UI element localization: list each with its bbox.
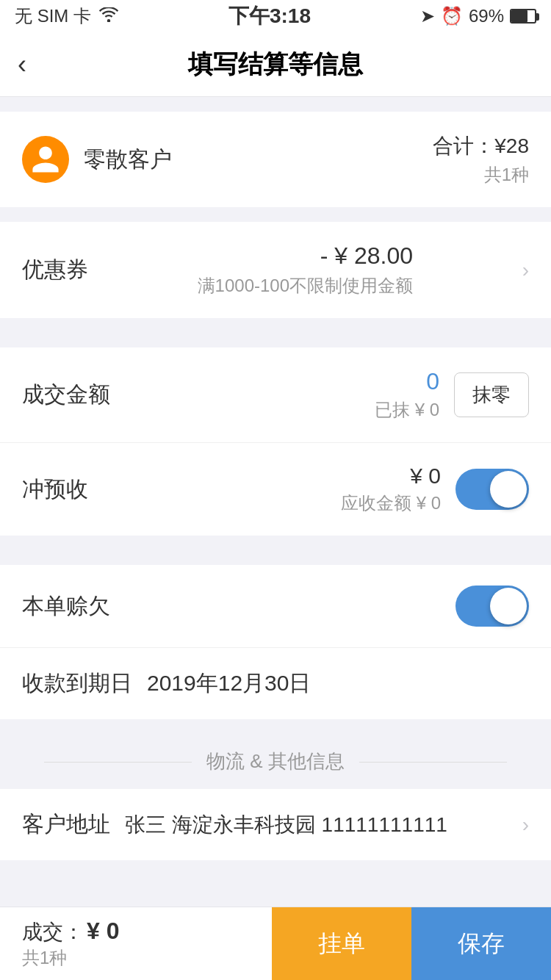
address-section[interactable]: 客户地址 张三 海淀永丰科技园 11111111111 › — [0, 789, 551, 860]
customer-count: 共1种 — [433, 163, 529, 187]
transaction-amount-wrap: 0 已抹 ¥ 0 — [375, 368, 439, 422]
logistics-divider: 物流 & 其他信息 — [0, 734, 551, 789]
transaction-sub: 已抹 ¥ 0 — [375, 398, 439, 422]
person-icon — [29, 143, 62, 176]
bottom-summary: 成交： ¥ 0 共1种 — [0, 907, 272, 980]
debt-section: 本单赊欠 收款到期日 2019年12月30日 — [0, 565, 551, 719]
prereceive-sub: 应收金额 ¥ 0 — [341, 491, 441, 515]
transaction-section: 成交金额 0 已抹 ¥ 0 抹零 冲预收 ¥ 0 应收金额 ¥ 0 — [0, 347, 551, 536]
section-divider-2 — [0, 550, 551, 565]
toggle-knob — [490, 471, 527, 508]
address-chevron: › — [522, 813, 529, 837]
nav-bar: ‹ 填写结算等信息 — [0, 32, 551, 97]
battery-icon — [510, 9, 536, 24]
due-date-value: 2019年12月30日 — [147, 669, 311, 699]
prereceive-value: ¥ 0 应收金额 ¥ 0 — [341, 464, 441, 515]
back-button[interactable]: ‹ — [18, 51, 26, 78]
coupon-amount: - ¥ 28.00 — [198, 242, 413, 270]
location-icon: ➤ — [420, 6, 435, 26]
hold-button[interactable]: 挂单 — [272, 907, 411, 980]
status-time: 下午3:18 — [228, 2, 311, 30]
address-left: 客户地址 张三 海淀永丰科技园 11111111111 — [22, 810, 447, 840]
bottom-bar: 成交： ¥ 0 共1种 挂单 保存 — [0, 907, 551, 980]
bottom-summary-count: 共1种 — [22, 946, 250, 970]
coupon-label: 优惠券 — [22, 255, 88, 285]
customer-avatar — [22, 136, 69, 183]
debt-toggle[interactable] — [455, 586, 529, 627]
transaction-amount: 0 — [375, 368, 439, 395]
wifi-icon — [98, 6, 119, 26]
prereceive-label: 冲预收 — [22, 475, 88, 505]
transaction-right: 0 已抹 ¥ 0 抹零 — [375, 368, 529, 422]
prereceive-right: ¥ 0 应收金额 ¥ 0 — [341, 464, 529, 515]
customer-info: 零散客户 — [22, 136, 172, 183]
logistics-text: 物流 & 其他信息 — [192, 750, 359, 772]
customer-total: 合计：¥28 — [433, 132, 529, 160]
address-value: 张三 海淀永丰科技园 11111111111 — [125, 811, 447, 839]
customer-row: 零散客户 合计：¥28 共1种 — [0, 112, 551, 207]
bottom-summary-amount: ¥ 0 — [87, 918, 119, 945]
round-button[interactable]: 抹零 — [454, 372, 529, 417]
coupon-right: - ¥ 28.00 满1000-100不限制使用金额 — [198, 242, 413, 298]
section-divider-1 — [0, 333, 551, 347]
due-date-section: 收款到期日 2019年12月30日 — [0, 647, 551, 719]
prereceive-section: 冲预收 ¥ 0 应收金额 ¥ 0 — [0, 442, 551, 536]
bottom-summary-label: 成交： — [22, 918, 84, 946]
page-title: 填写结算等信息 — [188, 48, 363, 82]
customer-total-section: 合计：¥28 共1种 — [433, 132, 529, 187]
due-date-label: 收款到期日 — [22, 669, 132, 699]
status-left: 无 SIM 卡 — [15, 4, 119, 28]
customer-name: 零散客户 — [84, 145, 172, 175]
coupon-section[interactable]: 优惠券 - ¥ 28.00 满1000-100不限制使用金额 › — [0, 222, 551, 318]
carrier-text: 无 SIM 卡 — [15, 4, 91, 28]
transaction-label: 成交金额 — [22, 380, 110, 410]
prereceive-toggle[interactable] — [455, 469, 529, 510]
battery-text: 69% — [469, 6, 504, 26]
prereceive-amount: ¥ 0 — [341, 464, 441, 489]
debt-toggle-knob — [490, 588, 527, 624]
save-button[interactable]: 保存 — [411, 907, 551, 980]
coupon-chevron: › — [522, 259, 529, 282]
debt-label: 本单赊欠 — [22, 591, 110, 621]
status-right: ➤ ⏰ 69% — [420, 6, 536, 26]
coupon-desc: 满1000-100不限制使用金额 — [198, 274, 413, 298]
address-label: 客户地址 — [22, 810, 110, 840]
status-bar: 无 SIM 卡 下午3:18 ➤ ⏰ 69% — [0, 0, 551, 32]
alarm-icon: ⏰ — [441, 6, 463, 26]
